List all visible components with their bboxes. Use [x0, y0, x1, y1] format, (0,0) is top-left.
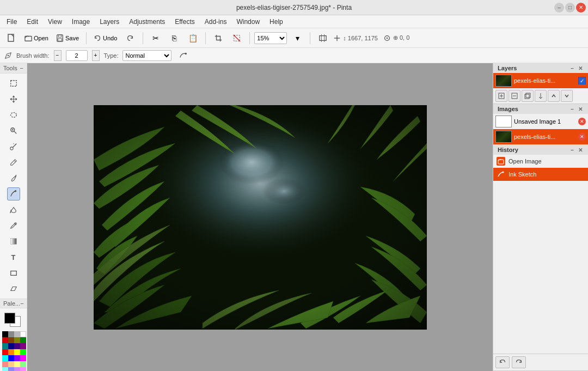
history-item-0[interactable]: Open Image — [493, 155, 588, 168]
foreground-color[interactable] — [4, 313, 15, 324]
move-layer-up-button[interactable] — [548, 90, 560, 102]
swatch-blue[interactable] — [8, 355, 14, 361]
swatch-indigo[interactable] — [14, 343, 20, 349]
copy-button[interactable]: ⎘ — [166, 31, 182, 46]
menu-layers[interactable]: Layers — [95, 17, 124, 27]
save-button[interactable]: Save — [53, 31, 82, 46]
layers-minimize-button[interactable]: − — [569, 65, 575, 71]
zoom-select[interactable]: 15% 25% 50% 100% — [254, 32, 287, 44]
color-picker-tool[interactable] — [7, 219, 20, 232]
swatch-lightmagenta[interactable] — [20, 367, 26, 371]
history-redo-button[interactable] — [512, 356, 526, 368]
pencil-tool[interactable] — [7, 156, 20, 169]
move-tool[interactable] — [7, 93, 20, 106]
remove-layer-button[interactable] — [509, 90, 520, 102]
menu-edit[interactable]: Edit — [22, 17, 42, 27]
menu-adjustments[interactable]: Adjustments — [125, 17, 169, 27]
redo-button[interactable] — [122, 31, 138, 46]
layer-visibility-check[interactable]: ✓ — [578, 77, 586, 84]
swatch-lightgreen[interactable] — [20, 361, 26, 367]
menu-file[interactable]: File — [2, 17, 21, 27]
swatch-olive[interactable] — [14, 337, 20, 343]
image-close-unsaved[interactable]: ✕ — [578, 118, 586, 125]
menu-effects[interactable]: Effects — [170, 17, 199, 27]
swatch-darkgreen[interactable] — [20, 337, 26, 343]
add-layer-button[interactable] — [495, 90, 507, 102]
resize-button[interactable] — [315, 31, 331, 46]
swatch-teal[interactable] — [2, 343, 8, 349]
maximize-button[interactable]: □ — [565, 3, 575, 13]
swatch-darkred[interactable] — [2, 337, 8, 343]
swatch-gray[interactable] — [8, 331, 14, 337]
history-minimize-button[interactable]: − — [569, 147, 575, 153]
swatch-brown[interactable] — [8, 337, 14, 343]
open-button[interactable]: Open — [22, 31, 51, 46]
paint-brush-tool[interactable] — [7, 172, 20, 185]
image-item-0[interactable]: Unsaved Image 1 ✕ — [493, 114, 588, 129]
swatch-lightyellow[interactable] — [14, 361, 20, 367]
eraser-tool[interactable] — [7, 282, 20, 295]
swatch-peach[interactable] — [8, 361, 14, 367]
swatch-lightcyan[interactable] — [2, 367, 8, 371]
merge-layer-button[interactable] — [535, 90, 547, 102]
swatch-red[interactable] — [2, 349, 8, 355]
lasso-tool[interactable] — [7, 108, 20, 121]
swatch-lightblue[interactable] — [8, 367, 14, 371]
paste-button[interactable]: 📋 — [185, 31, 201, 46]
swatch-white[interactable] — [20, 331, 26, 337]
deselect-button[interactable] — [229, 31, 245, 46]
palette-collapse[interactable]: − — [20, 300, 23, 307]
history-item-1[interactable]: Ink Sketch — [493, 168, 588, 181]
canvas-image[interactable] — [94, 105, 427, 330]
canvas-area[interactable] — [27, 63, 493, 371]
swatch-violet[interactable] — [14, 355, 20, 361]
brush-width-decrease[interactable]: − — [54, 50, 62, 61]
brush-type-select[interactable]: Normal Ink Splatter — [122, 50, 171, 61]
menu-image[interactable]: Image — [68, 17, 94, 27]
swatch-lightpink[interactable] — [2, 361, 8, 367]
shape-tool[interactable] — [7, 266, 20, 279]
swatch-magenta[interactable] — [20, 355, 26, 361]
curve-tool-button[interactable] — [176, 50, 190, 62]
minimize-button[interactable]: – — [554, 3, 564, 13]
swatch-lightgray[interactable] — [14, 331, 20, 337]
menu-help[interactable]: Help — [265, 17, 287, 27]
swatch-black[interactable] — [2, 331, 8, 337]
undo-button[interactable]: Undo — [91, 31, 120, 46]
magic-wand-tool[interactable] — [7, 140, 20, 153]
swatch-navy[interactable] — [8, 343, 14, 349]
gradient-tool[interactable] — [7, 235, 20, 248]
brush-width-increase[interactable]: + — [92, 50, 100, 61]
swatch-orange[interactable] — [8, 349, 14, 355]
history-close-button[interactable]: ✕ — [577, 147, 584, 153]
rectangle-select-tool[interactable] — [7, 77, 20, 90]
layer-item-0[interactable]: pexels-elias-ti... ✓ — [493, 73, 588, 88]
swatch-purple[interactable] — [20, 343, 26, 349]
menu-view[interactable]: View — [44, 17, 66, 27]
swatch-lavender[interactable] — [14, 367, 20, 371]
move-layer-down-button[interactable] — [561, 90, 573, 102]
menu-addins[interactable]: Add-ins — [200, 17, 231, 27]
images-minimize-button[interactable]: − — [569, 106, 575, 112]
toolbox-collapse[interactable]: − — [20, 65, 23, 71]
cut-button[interactable]: ✂ — [148, 31, 164, 46]
text-tool[interactable]: T — [7, 251, 20, 264]
images-close-button[interactable]: ✕ — [577, 106, 584, 112]
duplicate-layer-button[interactable] — [522, 90, 534, 102]
zoom-tool[interactable] — [7, 124, 20, 137]
close-button[interactable]: ✕ — [576, 3, 586, 13]
crop-button[interactable] — [210, 31, 226, 46]
image-item-1[interactable]: pexels-elias-ti... ✕ — [493, 129, 588, 144]
menu-window[interactable]: Window — [232, 17, 264, 27]
swatch-green[interactable] — [20, 349, 26, 355]
paint-bucket-tool[interactable] — [7, 203, 20, 216]
new-button[interactable] — [3, 31, 20, 46]
zoom-dropdown-button[interactable]: ▾ — [289, 31, 305, 46]
swatch-cyan[interactable] — [2, 355, 8, 361]
brush-width-input[interactable] — [66, 50, 88, 61]
swatch-yellow[interactable] — [14, 349, 20, 355]
layers-close-button[interactable]: ✕ — [577, 65, 584, 71]
ink-tool[interactable] — [7, 187, 20, 200]
image-close-pexels[interactable]: ✕ — [578, 133, 586, 141]
history-undo-button[interactable] — [495, 356, 510, 368]
